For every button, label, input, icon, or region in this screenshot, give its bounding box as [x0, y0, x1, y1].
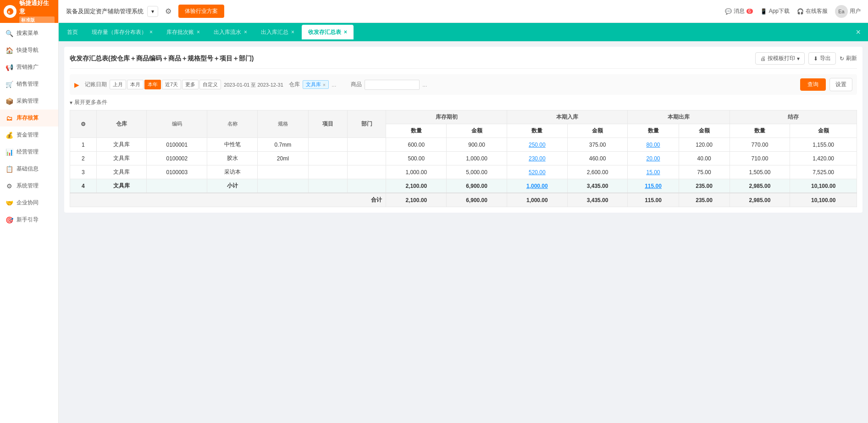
tab-inventory-dist[interactable]: 现存量（库存分布表） ×	[85, 25, 159, 39]
table-settings-header[interactable]: ⚙	[70, 110, 97, 138]
tab-inout-summary-close[interactable]: ×	[291, 29, 294, 35]
sidebar-item-base-info[interactable]: 📋 基础信息	[0, 160, 58, 177]
print-dropdown-icon: ▾	[797, 55, 800, 62]
date-btn-last7[interactable]: 近7天	[162, 80, 181, 89]
warehouse-tag: 文具库 ×	[303, 80, 329, 89]
expand-more-btn[interactable]: ▾ 展开更多条件	[70, 99, 857, 106]
footer-in-amt: 3,435.00	[567, 193, 628, 207]
date-btn-this-month[interactable]: 本月	[127, 80, 144, 89]
th-opening: 库存期初	[386, 110, 507, 124]
warehouse-value: 文具库	[306, 81, 321, 88]
sidebar-nav: 🔍 搜索菜单 🏠 快捷导航 📢 营销推广 🛒 销售管理 📦 采购管理 🗂 库存核…	[0, 23, 58, 423]
table-row: 1文具库0100001中性笔0.7mm600.00900.00250.00375…	[70, 138, 857, 152]
tab-home[interactable]: 首页	[61, 25, 84, 39]
bell-icon: 💬	[725, 8, 732, 15]
tab-inventory-dist-close[interactable]: ×	[149, 29, 153, 35]
export-button[interactable]: ⬇ 导出	[808, 52, 836, 65]
sidebar-label-system: 系统管理	[17, 182, 39, 190]
sidebar-item-enterprise[interactable]: 🤝 企业协同	[0, 194, 58, 211]
sidebar: 6 畅捷通好生意 标准版 🔍 搜索菜单 🏠 快捷导航 📢 营销推广 🛒 销售管理…	[0, 0, 59, 423]
tab-batch-ledger-close[interactable]: ×	[197, 29, 200, 35]
inventory-icon: 🗂	[6, 115, 13, 122]
base-info-icon: 📋	[6, 165, 13, 173]
warehouse-label: 仓库	[289, 81, 300, 88]
sidebar-item-finance[interactable]: 💰 资金管理	[0, 126, 58, 143]
sidebar-item-purchase[interactable]: 📦 采购管理	[0, 93, 58, 110]
print-icon: 🖨	[760, 55, 766, 62]
phone-icon: 📱	[760, 8, 767, 15]
footer-label: 合计	[70, 193, 386, 207]
print-button[interactable]: 🖨 按模板打印 ▾	[755, 52, 805, 65]
settings-filter-button[interactable]: 设置	[829, 78, 852, 91]
sidebar-item-inventory[interactable]: 🗂 库存核算	[0, 110, 58, 126]
tab-inout-flow[interactable]: 出入库流水 ×	[207, 25, 254, 39]
date-btn-more[interactable]: 更多	[182, 80, 199, 89]
filter-expand-arrow[interactable]: ▶	[74, 81, 79, 88]
system-dropdown[interactable]: ▾	[147, 6, 158, 17]
sidebar-item-quick-nav[interactable]: 🏠 快捷导航	[0, 42, 58, 59]
settings-button[interactable]: ⚙	[162, 5, 175, 18]
tab-batch-ledger[interactable]: 库存批次账 ×	[160, 25, 206, 39]
avatar: Ea	[835, 5, 848, 18]
th-code: 编码	[147, 110, 207, 138]
operations-icon: 📊	[6, 148, 13, 156]
tab-receive-send-close[interactable]: ×	[344, 29, 347, 35]
goods-more[interactable]: ...	[422, 82, 427, 88]
tab-inout-flow-label: 出入库流水	[214, 28, 241, 36]
warehouse-more[interactable]: ...	[332, 82, 336, 88]
app-name: 畅捷通好生意	[19, 0, 55, 16]
sidebar-label-guide: 新手引导	[17, 216, 39, 224]
date-btn-custom[interactable]: 自定义	[199, 80, 221, 89]
online-service-button[interactable]: 🎧 在线客服	[797, 7, 828, 15]
table-row: 4文具库小计2,100.006,900.001,000.003,435.0011…	[70, 179, 857, 193]
sidebar-item-sales[interactable]: 🛒 销售管理	[0, 76, 58, 93]
messages-badge: 6	[746, 9, 753, 14]
date-btn-this-year[interactable]: 本年	[144, 80, 161, 89]
query-button[interactable]: 查询	[800, 78, 826, 91]
th-period-in: 本期入库	[507, 110, 628, 124]
tab-inout-summary[interactable]: 出入库汇总 ×	[254, 25, 301, 39]
purchase-icon: 📦	[6, 98, 13, 105]
tab-inventory-dist-label: 现存量（库存分布表）	[92, 28, 147, 36]
page-card: 收发存汇总表(按仓库＋商品编码＋商品＋规格型号＋项目＋部门) 🖨 按模板打印 ▾…	[64, 47, 862, 213]
system-name: 装备及固定资产辅助管理系统	[66, 7, 144, 16]
sales-icon: 🛒	[6, 81, 13, 88]
footer-in-qty: 1,000.00	[507, 193, 567, 207]
refresh-button[interactable]: ↻ 刷新	[840, 52, 857, 65]
th-closing-amt: 金额	[790, 124, 857, 138]
tab-receive-send[interactable]: 收发存汇总表 ×	[302, 25, 354, 39]
th-period-out: 本期出库	[628, 110, 730, 124]
finance-icon: 💰	[6, 132, 13, 139]
app-download-button[interactable]: 📱 App下载	[760, 7, 790, 15]
tab-inout-flow-close[interactable]: ×	[244, 29, 247, 35]
sidebar-item-guide[interactable]: 🎯 新手引导	[0, 211, 58, 228]
th-project: 项目	[308, 110, 347, 138]
user-button[interactable]: Ea 用户	[835, 5, 861, 18]
app-download-label: App下载	[769, 7, 790, 15]
sidebar-item-system[interactable]: ⚙ 系统管理	[0, 177, 58, 194]
footer-out-qty: 115.00	[628, 193, 679, 207]
date-filter-buttons: 上月 本月 本年 近7天 更多 自定义	[110, 80, 221, 89]
sidebar-item-search[interactable]: 🔍 搜索菜单	[0, 25, 58, 42]
footer-opening-amt: 6,900.00	[447, 193, 507, 207]
sidebar-item-marketing[interactable]: 📢 营销推广	[0, 59, 58, 76]
sidebar-item-operations[interactable]: 📊 经营管理	[0, 143, 58, 160]
tabbar: 首页 现存量（库存分布表） × 库存批次账 × 出入库流水 × 出入库汇总 × …	[59, 23, 868, 41]
refresh-icon: ↻	[840, 55, 844, 62]
messages-button[interactable]: 💬 消息 6	[725, 7, 753, 15]
sidebar-label-sales: 销售管理	[17, 80, 39, 88]
page-title-text: 收发存汇总表(按仓库＋商品编码＋商品＋规格型号＋项目＋部门)	[70, 55, 254, 63]
th-closing: 结存	[730, 110, 857, 124]
warehouse-filter: 仓库 文具库 × ...	[289, 80, 336, 89]
th-out-qty: 数量	[628, 124, 679, 138]
main-content: 装备及固定资产辅助管理系统 ▾ ⚙ 体验行业方案 💬 消息 6 📱 App下载 …	[59, 0, 868, 423]
trial-button[interactable]: 体验行业方案	[178, 5, 224, 18]
goods-input[interactable]	[365, 80, 420, 90]
dropdown-arrow-icon: ▾	[151, 8, 154, 15]
warehouse-remove[interactable]: ×	[323, 82, 326, 88]
th-closing-qty: 数量	[730, 124, 790, 138]
tabbar-close-button[interactable]: ×	[856, 27, 864, 37]
page-title-bar: 收发存汇总表(按仓库＋商品编码＋商品＋规格型号＋项目＋部门) 🖨 按模板打印 ▾…	[70, 52, 857, 69]
date-btn-last-month[interactable]: 上月	[110, 80, 126, 89]
tab-inout-summary-label: 出入库汇总	[261, 28, 288, 36]
